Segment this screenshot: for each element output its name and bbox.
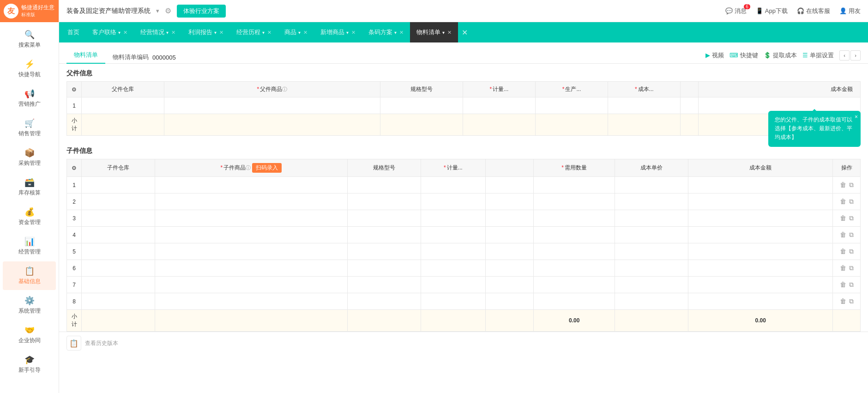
tooltip-close[interactable]: ×	[855, 113, 858, 121]
child-cell-cost-unit-6[interactable]	[615, 260, 688, 277]
shortcut-button[interactable]: ⌨ 快捷键	[729, 51, 758, 60]
delete-icon-2[interactable]: 🗑	[840, 198, 846, 206]
sidebar-item-quicknav[interactable]: ⚡快捷导航	[3, 54, 56, 83]
settings-icon[interactable]: ⚙	[165, 6, 171, 15]
sidebar-item-system[interactable]: ⚙️系统管理	[3, 291, 56, 320]
child-cell-needed-2[interactable]	[533, 193, 615, 210]
child-cell-unit-7[interactable]	[421, 277, 485, 293]
single-setting-button[interactable]: ☰ 单据设置	[802, 51, 834, 60]
copy-icon-2[interactable]: ⧉	[849, 198, 854, 206]
parent-cell-spec[interactable]	[380, 97, 463, 114]
child-cell-warehouse-7[interactable]	[82, 277, 155, 293]
child-cell-goods-1[interactable]	[155, 177, 347, 193]
child-cell-warehouse-3[interactable]	[82, 210, 155, 227]
delete-icon-1[interactable]: 🗑	[840, 181, 846, 189]
close-all-tabs[interactable]: ✕	[458, 28, 471, 37]
tab-close-bizstatus[interactable]: ✕	[171, 30, 175, 36]
child-cell-needed-1[interactable]	[533, 177, 615, 193]
child-cell-goods-8[interactable]	[155, 293, 347, 310]
parent-th-gear[interactable]: ⚙	[67, 82, 82, 97]
copy-icon-7[interactable]: ⧉	[849, 281, 854, 289]
sidebar-item-search[interactable]: 🔍搜索菜单	[3, 25, 56, 54]
child-cell-unit-8[interactable]	[421, 293, 485, 310]
sidebar-item-collab[interactable]: 🤝企业协同	[3, 320, 56, 349]
delete-icon-3[interactable]: 🗑	[840, 214, 846, 222]
child-cell-cost-unit-5[interactable]	[615, 243, 688, 260]
child-cell-needed-3[interactable]	[533, 210, 615, 227]
child-cell-spec-3[interactable]	[347, 210, 421, 227]
online-service-button[interactable]: 🎧 在线客服	[797, 7, 830, 15]
child-cell-spec-8[interactable]	[347, 293, 421, 310]
cost-button[interactable]: 💲 提取成本	[764, 51, 797, 60]
app-download-button[interactable]: 📱 App下载	[756, 7, 788, 15]
delete-icon-6[interactable]: 🗑	[840, 264, 846, 272]
nav-tab-goods[interactable]: 商品▾✕	[278, 22, 314, 42]
tab-close-bizhistory[interactable]: ✕	[267, 30, 271, 36]
child-cell-unit-1[interactable]	[421, 177, 485, 193]
child-cell-cost-unit-1[interactable]	[615, 177, 688, 193]
child-cell-cost-unit-3[interactable]	[615, 210, 688, 227]
child-cell-goods-7[interactable]	[155, 277, 347, 293]
nav-tab-bom[interactable]: 物料清单▾✕	[410, 22, 458, 42]
parent-cell-cost[interactable]	[608, 97, 681, 114]
child-cell-unit-4[interactable]	[421, 227, 485, 243]
nav-tab-bizstatus[interactable]: 经营情况▾✕	[134, 22, 182, 42]
nav-tab-barcode[interactable]: 条码方案▾✕	[362, 22, 410, 42]
copy-icon-4[interactable]: ⧉	[849, 231, 854, 239]
message-button[interactable]: 💬 消息 6	[725, 7, 747, 15]
tab-close-barcode[interactable]: ✕	[399, 30, 404, 36]
user-menu[interactable]: 👤 用友	[839, 7, 861, 15]
child-cell-needed-5[interactable]	[533, 243, 615, 260]
child-cell-warehouse-6[interactable]	[82, 260, 155, 277]
history-icon[interactable]: 📋	[66, 336, 81, 351]
delete-icon-4[interactable]: 🗑	[840, 231, 846, 239]
child-cell-needed-8[interactable]	[533, 293, 615, 310]
copy-icon-1[interactable]: ⧉	[849, 181, 854, 189]
tab-close-customer[interactable]: ✕	[123, 30, 127, 36]
child-cell-goods-3[interactable]	[155, 210, 347, 227]
child-cell-spec-5[interactable]	[347, 243, 421, 260]
delete-icon-5[interactable]: 🗑	[840, 248, 846, 255]
child-cell-unit-5[interactable]	[421, 243, 485, 260]
parent-cell-warehouse[interactable]	[82, 97, 164, 114]
sidebar-item-marketing[interactable]: 📢营销推广	[3, 84, 56, 113]
nav-tab-bizhistory[interactable]: 经营历程▾✕	[230, 22, 278, 42]
child-cell-unit-6[interactable]	[421, 260, 485, 277]
sidebar-item-inventory[interactable]: 🗃️库存核算	[3, 173, 56, 201]
copy-icon-5[interactable]: ⧉	[849, 248, 854, 255]
nav-tab-profit[interactable]: 利润报告▾✕	[182, 22, 230, 42]
child-cell-needed-7[interactable]	[533, 277, 615, 293]
child-cell-unit-2[interactable]	[421, 193, 485, 210]
copy-icon-8[interactable]: ⧉	[849, 297, 854, 305]
delete-icon-8[interactable]: 🗑	[840, 297, 846, 305]
child-cell-warehouse-5[interactable]	[82, 243, 155, 260]
sidebar-item-guide[interactable]: 🎓新手引导	[3, 350, 56, 379]
child-cell-cost-unit-7[interactable]	[615, 277, 688, 293]
sub-tab-bomlist[interactable]: 物料清单	[66, 47, 105, 64]
parent-cell-unit[interactable]	[463, 97, 535, 114]
child-cell-spec-4[interactable]	[347, 227, 421, 243]
child-cell-warehouse-2[interactable]	[82, 193, 155, 210]
child-cell-goods-2[interactable]	[155, 193, 347, 210]
sidebar-item-operation[interactable]: 📊经营管理	[3, 232, 56, 260]
child-cell-warehouse-1[interactable]	[82, 177, 155, 193]
sidebar-item-purchase[interactable]: 📦采购管理	[3, 143, 56, 172]
child-cell-goods-6[interactable]	[155, 260, 347, 277]
tab-close-newgoods[interactable]: ✕	[351, 30, 356, 36]
scan-button[interactable]: 扫码录入	[252, 163, 282, 173]
child-cell-spec-1[interactable]	[347, 177, 421, 193]
nav-tab-newgoods[interactable]: 新增商品▾✕	[314, 22, 362, 42]
child-cell-warehouse-8[interactable]	[82, 293, 155, 310]
prev-arrow[interactable]: ‹	[839, 50, 850, 60]
child-cell-goods-5[interactable]	[155, 243, 347, 260]
child-cell-needed-4[interactable]	[533, 227, 615, 243]
tab-close-goods[interactable]: ✕	[303, 30, 307, 36]
child-cell-unit-3[interactable]	[421, 210, 485, 227]
next-arrow[interactable]: ›	[850, 50, 861, 60]
copy-icon-6[interactable]: ⧉	[849, 264, 854, 272]
child-cell-needed-6[interactable]	[533, 260, 615, 277]
child-cell-cost-unit-4[interactable]	[615, 227, 688, 243]
system-select-arrow[interactable]: ▾	[156, 7, 159, 14]
delete-icon-7[interactable]: 🗑	[840, 281, 846, 289]
child-cell-cost-unit-2[interactable]	[615, 193, 688, 210]
